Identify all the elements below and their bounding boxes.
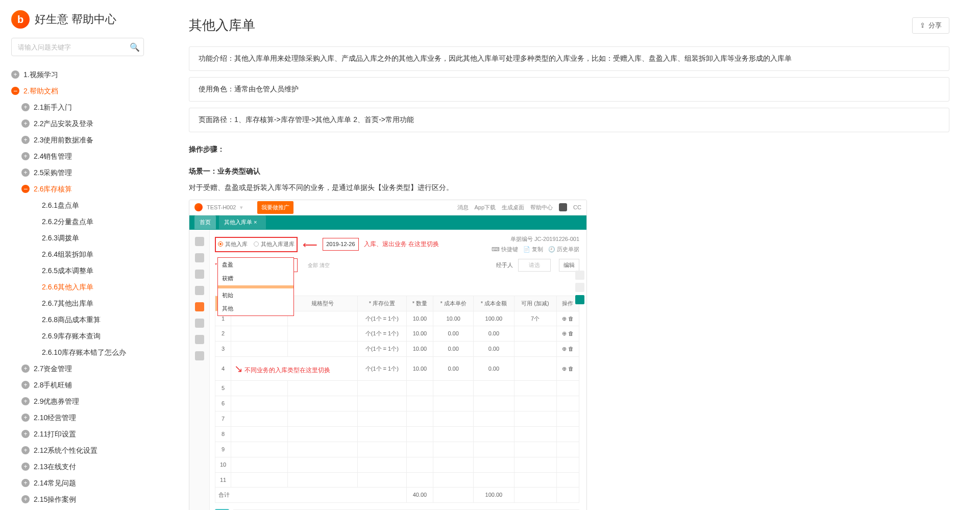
nav-2-15[interactable]: +2.15操作案例 xyxy=(11,491,158,507)
nav-2-6-10[interactable]: 2.6.10库存账本错了怎么办 xyxy=(11,344,158,360)
ss-type-row: 其他入库 其他入库退库 ⟵ 2019-12-26 入库、退出业务 在这里切换 xyxy=(215,235,579,254)
nav-2-3[interactable]: +2.3使用前数据准备 xyxy=(11,132,158,148)
search-input[interactable] xyxy=(11,38,144,56)
nav-label: 2.1新手入门 xyxy=(34,99,72,115)
ss-radio-return: 其他入库退库 xyxy=(254,239,295,250)
nav-2-6-2[interactable]: 2.6.2分量盘点单 xyxy=(11,213,158,230)
ss-tab-home: 首页 xyxy=(194,215,216,229)
role-text: 通常由仓管人员维护 xyxy=(234,85,299,93)
scene1-title: 场景一：业务类型确认 xyxy=(189,164,949,178)
expand-icon: + xyxy=(21,119,30,128)
nav-label: 2.6.9库存账本查询 xyxy=(42,328,101,344)
rail-icon-active xyxy=(195,302,204,311)
table-row: 8 xyxy=(215,426,579,442)
share-label: 分享 xyxy=(928,21,942,30)
ss-drop-opt: 盘盈 xyxy=(218,258,293,272)
th-price: * 成本单价 xyxy=(433,296,474,311)
nav-2-6-6[interactable]: 2.6.6其他入库单 xyxy=(11,279,158,295)
th-loc: * 库存位置 xyxy=(357,296,406,311)
rail-icon xyxy=(575,271,584,280)
table-row: 9 xyxy=(215,442,579,457)
table-row: 5 xyxy=(215,381,579,396)
rail-icon xyxy=(195,270,204,279)
ss-tabbar: 首页 其他入库单 × xyxy=(189,215,586,230)
nav-2-1[interactable]: +2.1新手入门 xyxy=(11,99,158,115)
steps-heading: 操作步骤： xyxy=(189,142,949,156)
nav-label: 2.11打印设置 xyxy=(34,426,76,442)
nav-2-11[interactable]: +2.11打印设置 xyxy=(11,426,158,442)
nav-2-6[interactable]: −2.6库存核算 xyxy=(11,181,158,197)
share-button[interactable]: ⇪ 分享 xyxy=(912,17,949,34)
nav-2-6-4[interactable]: 2.6.4组装拆卸单 xyxy=(11,246,158,262)
ss-tab-doc: 其他入库单 × xyxy=(219,215,266,229)
nav-2-6-5[interactable]: 2.6.5成本调整单 xyxy=(11,262,158,279)
page-title: 其他入库单 xyxy=(189,16,255,34)
nav-2-10[interactable]: +2.10经营管理 xyxy=(11,409,158,426)
nav-label: 2.13在线支付 xyxy=(34,458,76,475)
nav-2-6-3[interactable]: 2.6.3调拨单 xyxy=(11,230,158,246)
nav-help-docs[interactable]: −2.帮助文档 xyxy=(11,83,158,99)
nav-2-6-8[interactable]: 2.6.8商品成本重算 xyxy=(11,311,158,328)
ss-maker-input: 请选 xyxy=(518,259,551,272)
expand-icon: + xyxy=(21,463,30,471)
ss-msg: 消息 xyxy=(457,202,469,213)
nav-label: 2.3使用前数据准备 xyxy=(34,132,93,148)
embedded-screenshot: TEST-H002 ▾ 我要做推广 消息 App下载 生成桌面 帮助中心 CC … xyxy=(189,200,587,510)
sidebar: b 好生意 帮助中心 🔍 +1.视频学习 −2.帮助文档 +2.1新手入门 +2… xyxy=(0,0,158,510)
nav-label: 2.2产品安装及登录 xyxy=(34,115,93,132)
sidebar-header: b 好生意 帮助中心 xyxy=(11,10,158,29)
nav-2-7[interactable]: +2.7资金管理 xyxy=(11,360,158,377)
nav-2-6-9[interactable]: 2.6.9库存账本查询 xyxy=(11,328,158,344)
table-row: 7 xyxy=(215,411,579,427)
ss-panel: 单据编号 JC-20191226-001 ⌨ 快捷键 📄 复制 🕘 历史单据 其… xyxy=(189,230,586,510)
expand-icon: + xyxy=(21,430,30,438)
nav-2-12[interactable]: +2.12系统个性化设置 xyxy=(11,442,158,458)
collapse-icon: − xyxy=(21,185,30,193)
search-button[interactable]: 🔍 xyxy=(130,42,140,52)
ss-date: 2019-12-26 xyxy=(323,238,358,251)
path-text: 1、库存核算->库存管理->其他入库单 2、首页->常用功能 xyxy=(234,115,414,124)
nav-2-6-1[interactable]: 2.6.1盘点单 xyxy=(11,197,158,213)
ss-radio-in: 其他入库 xyxy=(218,239,248,250)
nav-label: 2.15操作案例 xyxy=(34,491,76,507)
expand-icon: + xyxy=(21,397,30,405)
nav-2-13[interactable]: +2.13在线支付 xyxy=(11,458,158,475)
expand-icon: + xyxy=(21,168,30,177)
ss-promo-btn: 我要做推广 xyxy=(257,201,293,214)
ss-detail-table: # 商品入 规格型号 * 库存位置 * 数量 * 成本单价 * 成本金额 可用 … xyxy=(215,296,579,503)
required-icon: * xyxy=(215,260,217,271)
nav-label: 1.视频学习 xyxy=(23,66,58,83)
rail-icon xyxy=(195,335,204,344)
nav-label: 2.6.5成本调整单 xyxy=(42,262,93,279)
article-body: 操作步骤： 场景一：业务类型确认 对于受赠、盘盈或是拆装入库等不同的业务，是通过… xyxy=(189,142,949,510)
scene1-text: 对于受赠、盘盈或是拆装入库等不同的业务，是通过单据头【业务类型】进行区分。 xyxy=(189,181,949,195)
avatar-icon xyxy=(559,203,567,211)
nav-video[interactable]: +1.视频学习 xyxy=(11,66,158,83)
table-sum: 合计40.00100.00 xyxy=(215,488,579,503)
nav-2-9[interactable]: +2.9优惠券管理 xyxy=(11,393,158,409)
nav-label: 2.6.2分量盘点单 xyxy=(42,213,93,230)
nav-2-14[interactable]: +2.14常见问题 xyxy=(11,475,158,491)
nav-2-6-7[interactable]: 2.6.7其他出库单 xyxy=(11,295,158,311)
search-wrap: 🔍 xyxy=(11,38,144,56)
nav-2-8[interactable]: +2.8手机旺铺 xyxy=(11,377,158,393)
nav-2-2[interactable]: +2.2产品安装及登录 xyxy=(11,115,158,132)
ss-help: 帮助中心 xyxy=(530,202,553,213)
nav-label: 2.6.1盘点单 xyxy=(42,197,79,213)
nav-label: 2.6.8商品成本重算 xyxy=(42,311,101,328)
ss-annot-mid: 不同业务的入库类型在这里切换 xyxy=(244,367,330,374)
nav-2-4[interactable]: +2.4销售管理 xyxy=(11,148,158,164)
arrow-icon: ↘ xyxy=(234,363,243,374)
collapse-icon: − xyxy=(11,87,19,95)
nav-label: 2.14常见问题 xyxy=(34,475,76,491)
table-row: 10 xyxy=(215,457,579,472)
nav-label: 2.12系统个性化设置 xyxy=(34,442,97,458)
nav-2-5[interactable]: +2.5采购管理 xyxy=(11,164,158,181)
ss-desktop: 生成桌面 xyxy=(502,202,524,213)
path-label: 页面路径： xyxy=(199,115,234,124)
rail-icon xyxy=(195,319,204,328)
rail-icon xyxy=(575,283,584,292)
intro-text: 其他入库单用来处理除采购入库、产成品入库之外的其他入库业务，因此其他入库单可处理… xyxy=(234,54,792,62)
expand-icon: + xyxy=(21,152,30,160)
nav-label: 2.6.3调拨单 xyxy=(42,230,79,246)
